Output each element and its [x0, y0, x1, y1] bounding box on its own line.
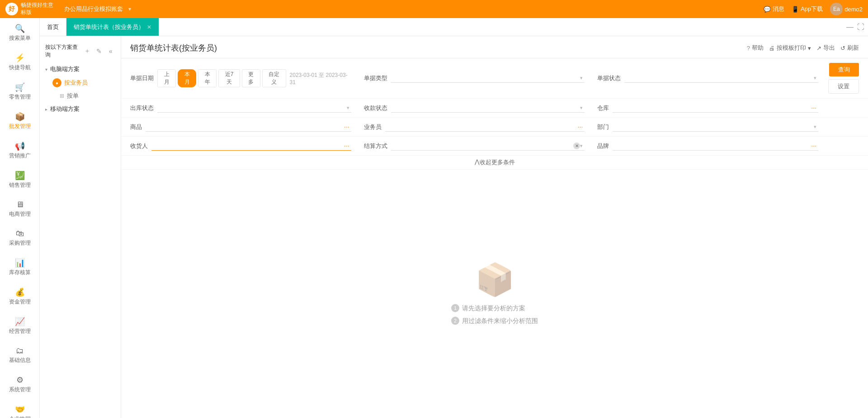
tree-child-salesperson[interactable]: ● 按业务员	[40, 76, 121, 90]
date-btn-this-year[interactable]: 本年	[198, 69, 217, 87]
tree-arrow-icon: ▾	[45, 67, 47, 72]
receiver-dots-icon[interactable]: ···	[344, 142, 349, 149]
date-btn-7days[interactable]: 近7天	[218, 69, 240, 87]
dept-arrow-icon: ▾	[814, 124, 816, 130]
sidebar-item-wholesale[interactable]: 📦 批发管理	[0, 106, 39, 136]
finance-icon: 💰	[2, 287, 38, 297]
export-button[interactable]: ↗ 导出	[816, 44, 835, 52]
dept-field[interactable]: ▾	[613, 123, 818, 132]
sidebar-item-finance[interactable]: 💰 资金管理	[0, 282, 39, 311]
brand-dots-icon[interactable]: ···	[811, 142, 816, 149]
sub-item-icon: ⊞	[60, 93, 64, 99]
tab-maximize-button[interactable]: ⛶	[857, 23, 864, 31]
main-right: 销货单统计表(按业务员) ? 帮助 🖨 按模板打印 ▾	[121, 36, 868, 418]
tab-sales-stat[interactable]: 销货单统计表（按业务员） ✕	[66, 18, 159, 36]
filter-row-3: 商品 ··· 业务员 ···	[121, 118, 868, 137]
tip-number-2: 2	[451, 317, 459, 325]
sidebar-item-system[interactable]: ⚙ 系统管理	[0, 370, 39, 399]
dept-input[interactable]	[614, 124, 814, 130]
collapse-panel-button[interactable]: «	[106, 47, 115, 56]
top-bar-left: 好 畅捷很好生意 标版 办公用品行业模拟账套 ▾	[5, 2, 131, 16]
salesperson-input[interactable]	[387, 124, 578, 130]
sidebar-item-ecommerce[interactable]: 🖥 电商管理	[0, 195, 39, 223]
sidebar-item-retail[interactable]: 🛒 零售管理	[0, 77, 39, 106]
user-avatar-button[interactable]: Ea demo2	[830, 3, 863, 15]
nav-dropdown-icon[interactable]: ▾	[128, 6, 131, 12]
edit-scheme-button[interactable]: ✎	[94, 47, 104, 56]
retail-icon: 🛒	[2, 82, 38, 92]
receiver-filter-item: 收货人 ···	[130, 141, 351, 151]
add-scheme-button[interactable]: ＋	[83, 47, 92, 56]
goods-dots-icon[interactable]: ···	[344, 123, 349, 130]
brand-input[interactable]	[614, 142, 811, 149]
panel-header: 按以下方案查询 ＋ ✎ «	[40, 42, 121, 62]
help-button[interactable]: ? 帮助	[747, 44, 764, 52]
sidebar-item-enterprise[interactable]: 🤝 企业协同	[0, 399, 39, 418]
collapse-conditions-button[interactable]: ⋀ 收起更多条件	[121, 156, 868, 170]
doc-status-filter-item: 单据状态 ▾	[597, 74, 818, 83]
sidebar-item-base[interactable]: 🗂 基础信息	[0, 341, 39, 370]
sales-icon: 💹	[2, 171, 38, 180]
out-status-input[interactable]	[159, 104, 347, 111]
sidebar-item-sales[interactable]: 💹 销售管理	[0, 165, 39, 195]
doc-type-field[interactable]: ▾	[391, 74, 585, 83]
sidebar-item-operations[interactable]: 📈 经营管理	[0, 311, 39, 341]
warehouse-dots-icon[interactable]: ···	[811, 104, 816, 111]
tab-close-button[interactable]: ✕	[147, 24, 151, 30]
message-button[interactable]: 💬 消息	[764, 5, 784, 13]
salesperson-dots-icon[interactable]: ···	[578, 123, 583, 130]
template-print-button[interactable]: 🖨 按模板打印 ▾	[769, 44, 811, 52]
receiver-field[interactable]: ···	[151, 141, 351, 151]
print-icon: 🖨	[769, 45, 775, 52]
settlement-input[interactable]	[393, 142, 574, 149]
warehouse-field[interactable]: ···	[613, 103, 818, 113]
date-btn-last-month[interactable]: 上月	[157, 69, 176, 87]
brand-field[interactable]: ···	[613, 141, 818, 151]
receive-status-input[interactable]	[393, 104, 580, 111]
settlement-field[interactable]: ✕ ▾	[391, 142, 585, 151]
page-title: 销货单统计表(按业务员)	[130, 43, 217, 53]
avatar: Ea	[830, 3, 843, 15]
filter-row-1: 单据日期 上月 本月 本年 近7天 更多 自定义 2023-03-01 至 20…	[121, 58, 868, 99]
goods-input[interactable]	[147, 124, 344, 130]
sidebar-item-marketing[interactable]: 📢 营销推广	[0, 136, 39, 165]
out-status-field[interactable]: ▾	[157, 104, 351, 113]
top-bar: 好 畅捷很好生意 标版 办公用品行业模拟账套 ▾ 💬 消息 📱 App下载 Ea	[0, 0, 868, 18]
receiver-input[interactable]	[153, 142, 344, 149]
settlement-arrow-icon: ▾	[580, 143, 583, 149]
empty-tips: 1 请先选择要分析的方案 2 用过滤条件来缩小分析范围	[451, 302, 538, 327]
wholesale-icon: 📦	[2, 112, 38, 122]
doc-status-field[interactable]: ▾	[624, 74, 818, 83]
receive-status-field[interactable]: ▾	[391, 104, 585, 113]
doc-type-input[interactable]	[393, 75, 580, 81]
logo-icon: 好	[5, 3, 18, 15]
doc-status-input[interactable]	[626, 75, 814, 81]
empty-illustration: 📦	[475, 261, 514, 298]
goods-field[interactable]: ···	[146, 122, 351, 132]
salesperson-field[interactable]: ···	[385, 122, 585, 132]
tree-parent-mobile[interactable]: ▸ 移动端方案	[40, 102, 121, 116]
sidebar-item-quick[interactable]: ⚡ 快捷导航	[0, 48, 39, 77]
date-btn-more[interactable]: 更多	[242, 69, 260, 87]
tab-minimize-button[interactable]: —	[846, 23, 854, 31]
out-status-arrow-icon: ▾	[347, 105, 349, 111]
date-btn-this-month[interactable]: 本月	[178, 69, 196, 87]
doc-type-arrow-icon: ▾	[580, 75, 583, 81]
query-button[interactable]: 查询	[829, 63, 859, 76]
settlement-clear-icon[interactable]: ✕	[573, 142, 580, 149]
sidebar-item-search[interactable]: 🔍 搜索菜单	[0, 18, 39, 48]
tree-sub-child-order[interactable]: ⊞ 按单	[40, 90, 121, 102]
base-icon: 🗂	[2, 346, 38, 356]
refresh-button[interactable]: ↺ 刷新	[840, 44, 859, 52]
settings-button[interactable]: 设置	[828, 79, 859, 94]
sidebar-item-purchase[interactable]: 🛍 采购管理	[0, 223, 39, 252]
app-download-button[interactable]: 📱 App下载	[792, 5, 823, 13]
warehouse-input[interactable]	[614, 104, 811, 111]
sidebar-item-inventory[interactable]: 📊 库存核算	[0, 252, 39, 282]
receive-status-arrow-icon: ▾	[580, 105, 583, 111]
date-btn-custom[interactable]: 自定义	[262, 69, 286, 87]
tab-home[interactable]: 首页	[40, 18, 66, 36]
date-range-display: 2023-03-01 至 2023-03-31	[290, 71, 351, 86]
tab-bar-right: — ⛶	[843, 18, 868, 36]
tree-parent-desktop[interactable]: ▾ 电脑端方案	[40, 62, 121, 76]
